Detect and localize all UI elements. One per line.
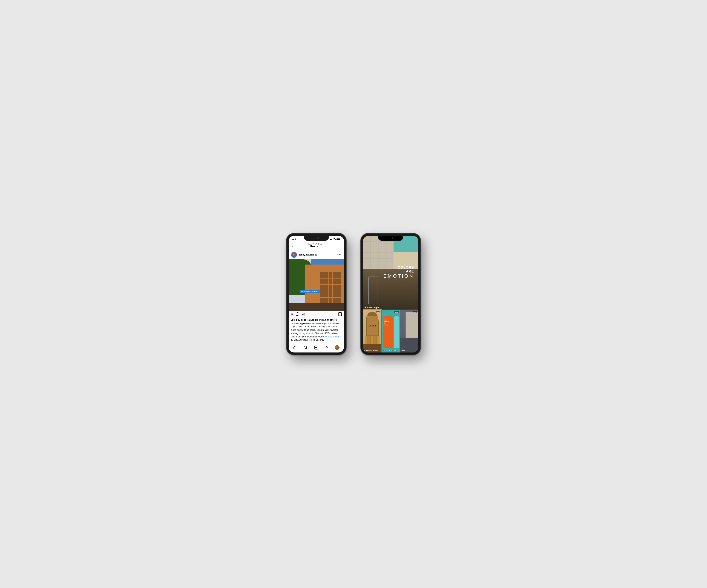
video-text-overlay: COLORS ARE EMOTION: [383, 266, 414, 279]
hashtag-2[interactable]: #ShotoniPhone: [325, 336, 340, 338]
svg-line-3: [306, 348, 307, 349]
more-button[interactable]: •••: [337, 253, 342, 256]
nav-main-title: Posts: [310, 245, 318, 248]
signal-icon: [330, 238, 332, 240]
phone-instagram: 9:41 ‹ TODAY.AT.APPLE: [286, 233, 346, 355]
user-info: today.at.apple ✓: [299, 253, 337, 256]
thumbnail-manhattan-moods[interactable]: MOODS 1:44 Manhattan Moods: [363, 310, 381, 352]
igtv-screen: 4 5 S 6 7 Grand CentralTerminal: [363, 236, 418, 352]
video-username: today.at.apple: [365, 306, 379, 309]
thumbnail-photo-not-taken[interactable]: THE PHOTO NOT TAKEN Do not le... 1:50 Th…: [381, 310, 400, 352]
post-header: 🍎 today.at.apple ✓ •••: [289, 250, 344, 260]
nav-title: TODAY.AT.APPLE Posts: [294, 243, 334, 248]
ultra-label: Ultra...: [401, 350, 406, 351]
phone-igtv: 4 5 S 6 7 Grand CentralTerminal: [361, 233, 421, 355]
bottom-nav: [289, 343, 344, 352]
moods-label: Manhattan Moods: [364, 350, 378, 351]
photo-text-the: THE: [384, 319, 389, 321]
emotion-text: EMOTION: [383, 273, 414, 279]
caption-username[interactable]: today.at.apple: [291, 322, 306, 325]
road: [289, 303, 344, 311]
status-icons: [330, 238, 340, 240]
igtv-thumbnails: MOODS 1:44 Manhattan Moods: [363, 310, 418, 352]
hashtag-1[interactable]: #todayatapple: [299, 332, 313, 335]
photo-text-taken: TAKEN: [384, 324, 389, 326]
verified-badge: ✓: [315, 253, 317, 256]
photo-duration: 1:50: [394, 311, 399, 313]
heart-button[interactable]: ♥: [291, 312, 293, 317]
front-camera-igtv: [392, 237, 393, 239]
battery-icon: [337, 238, 340, 240]
svg-point-2: [304, 346, 307, 348]
street-sign: 00-01 to 40-00 ➡ TWELFTH ST: [300, 290, 320, 293]
photo-text-not: NOT: [384, 323, 389, 324]
igtv-main-video[interactable]: 4 5 S 6 7 Grand CentralTerminal: [363, 236, 418, 310]
notch-igtv: [378, 236, 403, 241]
phones-container: 9:41 ‹ TODAY.AT.APPLE: [286, 233, 421, 355]
thumbnail-ultra[interactable]: 1:60 Ultra...: [400, 310, 418, 352]
likes-count[interactable]: Liked by deirdre.at.apple and 1,984 othe…: [289, 318, 344, 322]
post-image: 00-01 to 40-00 ➡ TWELFTH ST: [289, 260, 344, 311]
colors-are-text: COLORS ARE: [383, 266, 414, 273]
front-camera: [317, 237, 319, 239]
likes-button[interactable]: [325, 345, 329, 350]
profile-button[interactable]: [335, 345, 339, 350]
ig-actions: ♥: [289, 311, 344, 318]
caption: today.at.apple New York is talking to yo…: [289, 322, 344, 343]
nav-subtitle: TODAY.AT.APPLE: [306, 243, 322, 245]
photo-text-photo: PHOTO: [384, 321, 389, 323]
search-button[interactable]: [304, 345, 308, 350]
notch: [304, 236, 329, 241]
share-button[interactable]: [302, 312, 306, 317]
add-button[interactable]: [314, 345, 318, 350]
wifi-icon: [333, 238, 336, 240]
ultra-duration: 1:60: [413, 311, 417, 313]
instagram-screen: 9:41 ‹ TODAY.AT.APPLE: [289, 236, 344, 352]
svg-text:🍎: 🍎: [293, 253, 296, 256]
status-time: 9:41: [292, 238, 298, 241]
comment-button[interactable]: [296, 312, 300, 317]
home-button[interactable]: [293, 345, 297, 350]
avatar[interactable]: 🍎: [291, 252, 297, 258]
username[interactable]: today.at.apple ✓: [299, 253, 337, 256]
caption-end: by Dia, a Creative Pro in Queens.: [291, 339, 324, 341]
moods-duration: 1:44: [376, 311, 380, 313]
bookmark-button[interactable]: [338, 312, 342, 317]
back-button[interactable]: ‹: [292, 243, 294, 249]
ig-nav-bar: ‹ TODAY.AT.APPLE Posts: [289, 242, 344, 250]
photo-label: The Photo Not Taken: [382, 350, 398, 351]
